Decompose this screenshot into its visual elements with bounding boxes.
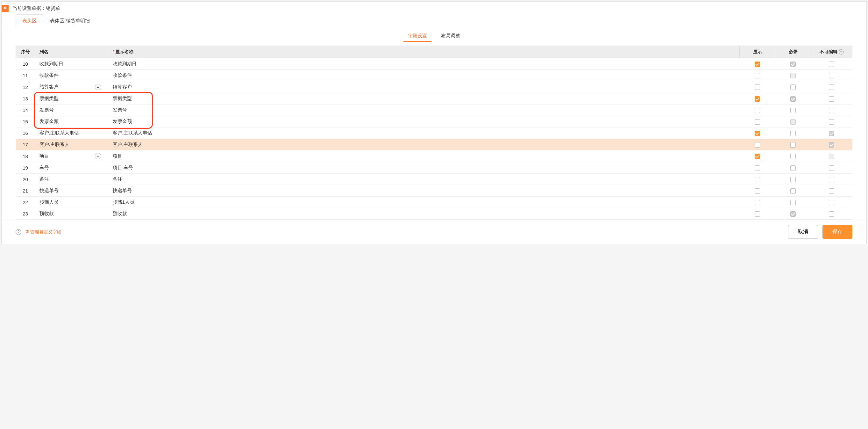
cell-seq: 18 xyxy=(16,150,35,162)
checkbox-required[interactable] xyxy=(790,177,796,182)
cell-name: 项目+ xyxy=(35,150,108,162)
checkbox-show[interactable] xyxy=(755,200,760,205)
cell-name: 备注 xyxy=(35,174,108,185)
table-row: 18项目+项目 xyxy=(16,150,852,162)
table-row: 11收款条件收款条件 xyxy=(16,70,852,81)
primary-tab-0[interactable]: 表头区 xyxy=(16,15,43,27)
header-bar: 当前设置单据：销货单 xyxy=(2,2,866,15)
help-icon[interactable]: ? xyxy=(839,49,844,55)
table-row: 16客户.主联系人电话客户.主联系人电话 xyxy=(16,127,852,139)
manage-custom-fields-link[interactable]: 管理自定义字段 xyxy=(25,229,61,235)
secondary-tab-0[interactable]: 字段设置 xyxy=(403,31,431,42)
cell-display[interactable]: 票据类型 xyxy=(108,93,740,105)
cell-name: 收款到期日 xyxy=(35,58,108,70)
checkbox-show[interactable] xyxy=(755,108,760,113)
cell-display[interactable]: 快递单号 xyxy=(108,185,740,197)
primary-tabs: 表头区表体区-销货单明细 xyxy=(2,15,866,27)
gear-icon xyxy=(25,229,29,235)
checkbox-required[interactable] xyxy=(790,189,796,194)
cell-display[interactable]: 收款条件 xyxy=(108,70,740,81)
checkbox-nonedit xyxy=(829,142,834,148)
th-required: 必录 xyxy=(775,46,811,58)
cell-nonedit xyxy=(811,116,852,127)
question-icon[interactable]: ? xyxy=(16,229,21,235)
checkbox-nonedit[interactable] xyxy=(829,119,834,125)
checkbox-nonedit[interactable] xyxy=(829,108,834,113)
title-prefix: 当前设置单据： xyxy=(12,5,46,11)
cell-display[interactable]: 发票号 xyxy=(108,105,740,116)
cell-show xyxy=(740,162,775,174)
cell-name: 预收款 xyxy=(35,208,108,220)
cell-seq: 23 xyxy=(16,208,35,220)
checkbox-required[interactable] xyxy=(790,200,796,205)
checkbox-nonedit[interactable] xyxy=(829,177,834,182)
cell-show xyxy=(740,105,775,116)
checkbox-nonedit[interactable] xyxy=(829,211,834,217)
checkbox-show[interactable] xyxy=(755,61,760,67)
checkbox-nonedit[interactable] xyxy=(829,96,834,102)
checkbox-required[interactable] xyxy=(790,165,796,171)
cell-name: 发票金额 xyxy=(35,116,108,127)
checkbox-required[interactable] xyxy=(790,154,796,159)
cell-display[interactable]: 收款到期日 xyxy=(108,58,740,70)
checkbox-required[interactable] xyxy=(790,84,796,90)
checkbox-show[interactable] xyxy=(755,119,760,125)
cancel-button[interactable]: 取消 xyxy=(788,225,818,239)
checkbox-nonedit[interactable] xyxy=(829,189,834,194)
checkbox-show[interactable] xyxy=(755,189,760,194)
checkbox-nonedit[interactable] xyxy=(829,200,834,205)
checkbox-show[interactable] xyxy=(755,177,760,182)
primary-tab-1[interactable]: 表体区-销货单明细 xyxy=(43,15,96,27)
table-container: 序号 列名 *显示名称 显示 必录 不可编辑? 10收款到期日收款到期日11收款… xyxy=(2,46,866,220)
cell-display[interactable]: 备注 xyxy=(108,174,740,185)
cell-display[interactable]: 客户.主联系人电话 xyxy=(108,127,740,139)
cell-required xyxy=(775,70,811,81)
checkbox-required[interactable] xyxy=(790,108,796,113)
plus-icon[interactable]: + xyxy=(95,153,101,160)
cell-nonedit xyxy=(811,150,852,162)
cell-required xyxy=(775,139,811,150)
cell-name: 发票号 xyxy=(35,105,108,116)
checkbox-show[interactable] xyxy=(755,142,760,148)
cell-nonedit xyxy=(811,174,852,185)
checkbox-nonedit[interactable] xyxy=(829,165,834,171)
save-button[interactable]: 保存 xyxy=(823,225,852,239)
checkbox-show[interactable] xyxy=(755,96,760,102)
checkbox-show[interactable] xyxy=(755,154,760,159)
cell-display[interactable]: 客户.主联系人 xyxy=(108,139,740,150)
cell-show xyxy=(740,70,775,81)
cell-display[interactable]: 发票金额 xyxy=(108,116,740,127)
checkbox-required[interactable] xyxy=(790,131,796,136)
secondary-tab-1[interactable]: 布局调整 xyxy=(437,31,465,42)
checkbox-nonedit[interactable] xyxy=(829,61,834,67)
cell-nonedit xyxy=(811,93,852,105)
cell-show xyxy=(740,127,775,139)
cell-display[interactable]: 项目 xyxy=(108,150,740,162)
checkbox-show[interactable] xyxy=(755,84,760,90)
checkbox-show[interactable] xyxy=(755,73,760,78)
checkbox-required[interactable] xyxy=(790,142,796,148)
table-row: 17客户.主联系人客户.主联系人 xyxy=(16,139,852,150)
cell-display[interactable]: 结算客户 xyxy=(108,81,740,93)
cell-display[interactable]: 步骤1人员 xyxy=(108,197,740,208)
cell-seq: 10 xyxy=(16,58,35,70)
checkbox-nonedit[interactable] xyxy=(829,73,834,78)
checkbox-show[interactable] xyxy=(755,131,760,136)
cell-required xyxy=(775,162,811,174)
title-doc: 销货单 xyxy=(46,5,60,11)
cell-seq: 12 xyxy=(16,81,35,93)
th-nonedit: 不可编辑? xyxy=(811,46,852,58)
cell-seq: 19 xyxy=(16,162,35,174)
cell-display[interactable]: 预收款 xyxy=(108,208,740,220)
checkbox-nonedit[interactable] xyxy=(829,84,834,90)
table-body: 10收款到期日收款到期日11收款条件收款条件12结算客户+结算客户13票据类型票… xyxy=(16,58,852,220)
plus-icon[interactable]: + xyxy=(95,84,101,90)
checkbox-show[interactable] xyxy=(755,211,760,217)
table-row: 20备注备注 xyxy=(16,174,852,185)
th-show: 显示 xyxy=(740,46,775,58)
cell-nonedit xyxy=(811,208,852,220)
table-row: 21快递单号快递单号 xyxy=(16,185,852,197)
checkbox-show[interactable] xyxy=(755,165,760,171)
expand-sidebar-button[interactable] xyxy=(2,5,9,12)
cell-display[interactable]: 项目.车号 xyxy=(108,162,740,174)
